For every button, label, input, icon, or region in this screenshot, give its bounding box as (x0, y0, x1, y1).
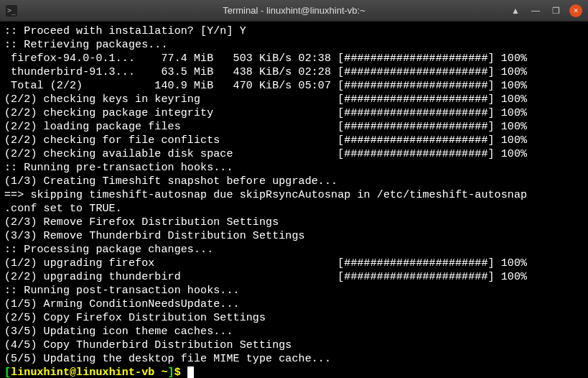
cursor (187, 367, 194, 378)
shell-prompt: [linuxhint@linuxhint-vb ~]$ (4, 367, 194, 378)
output-line: .conf set to TRUE. (4, 202, 584, 216)
output-line: :: Processing package changes... (4, 243, 584, 257)
output-line: (2/2) checking package integrity [######… (4, 106, 584, 120)
output-line: :: Proceed with installation? [Y/n] Y (4, 24, 584, 38)
output-line: (5/5) Updating the desktop file MIME typ… (4, 352, 584, 366)
prompt-symbol: $ (174, 367, 181, 378)
output-line: (3/5) Updating icon theme caches... (4, 325, 584, 338)
output-line: (3/3) Remove Thunderbird Distribution Se… (4, 229, 584, 243)
minimize-button[interactable]: — (529, 4, 542, 17)
output-line: (1/2) upgrading firefox [###############… (4, 257, 584, 270)
window-title: Terminal - linuxhint@linuxhint-vb:~ (223, 5, 365, 16)
output-line: (2/2) upgrading thunderbird [###########… (4, 270, 584, 284)
output-line: (4/5) Copy Thunderbird Distribution Sett… (4, 338, 584, 352)
close-button[interactable]: × (569, 4, 582, 17)
output-line: :: Retrieving packages... (4, 38, 584, 52)
maximize-button[interactable]: ❐ (549, 4, 562, 17)
output-line: Total (2/2) 140.9 MiB 470 KiB/s 05:07 [#… (4, 79, 584, 93)
output-line: (2/2) checking for file conflicts [#####… (4, 134, 584, 147)
terminal-icon: >_ (6, 5, 17, 17)
prompt-userhost: linuxhint@linuxhint-vb (11, 367, 154, 378)
window-controls: ▲ — ❐ × (509, 4, 582, 17)
prompt-path: ~ (161, 367, 167, 378)
output-line: (1/3) Creating Timeshift snapshot before… (4, 175, 584, 188)
titlebar: >_ Terminal - linuxhint@linuxhint-vb:~ ▲… (0, 0, 588, 22)
prompt-open-bracket: [ (4, 367, 11, 378)
titlebar-left: >_ (6, 5, 17, 17)
output-line: :: Running post-transaction hooks... (4, 284, 584, 298)
output-line: firefox-94.0-0.1... 77.4 MiB 503 KiB/s 0… (4, 52, 584, 65)
output-line: (2/2) loading package files [###########… (4, 120, 584, 134)
output-line: :: Running pre-transaction hooks... (4, 161, 584, 175)
terminal-output[interactable]: :: Proceed with installation? [Y/n] Y:: … (0, 22, 588, 378)
output-line: (2/2) checking keys in keyring [########… (4, 93, 584, 106)
output-line: (2/2) checking available disk space [###… (4, 147, 584, 161)
output-line: (2/5) Copy Firefox Distribution Settings (4, 311, 584, 325)
output-line: (2/3) Remove Firefox Distribution Settin… (4, 216, 584, 229)
keep-above-icon[interactable]: ▲ (509, 4, 522, 17)
output-line: thunderbird-91.3... 63.5 MiB 438 KiB/s 0… (4, 65, 584, 79)
prompt-close-bracket: ] (168, 367, 174, 378)
output-line: ==> skipping timeshift-autosnap due skip… (4, 188, 584, 202)
output-line: (1/5) Arming ConditionNeedsUpdate... (4, 298, 584, 311)
